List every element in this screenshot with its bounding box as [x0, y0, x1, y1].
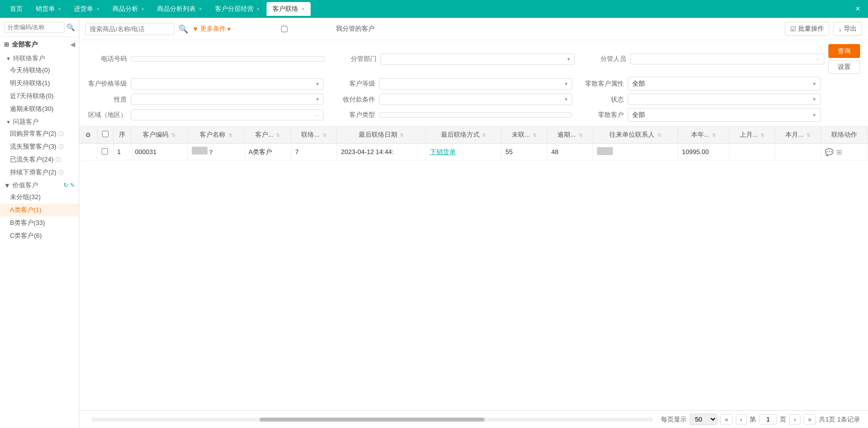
sidebar-item-tomorrow[interactable]: 明天待联络(1): [0, 77, 79, 90]
sidebar-item-declining[interactable]: 持续下滑客户(2) ⓘ: [0, 166, 79, 179]
sidebar-item-today[interactable]: 今天待联络(0): [0, 64, 79, 77]
dept-select[interactable]: ▾: [380, 54, 575, 65]
col-checkbox[interactable]: [97, 126, 113, 144]
col-last-method[interactable]: 最后联络方式 ⇅: [426, 126, 501, 144]
close-all-button[interactable]: ×: [852, 4, 864, 13]
price-grade-select[interactable]: ▾: [131, 78, 324, 90]
last-method-link[interactable]: 下销货单: [430, 148, 456, 156]
chevron-down-icon: ▾: [316, 96, 319, 103]
cell-checkbox[interactable]: [97, 144, 113, 160]
cell-not-contacted: 55: [501, 144, 547, 160]
row-checkbox[interactable]: [102, 148, 108, 155]
customer-type-select[interactable]: [379, 112, 572, 117]
col-contact-count[interactable]: 联络... ⇅: [291, 126, 336, 144]
refresh-icon[interactable]: ↻: [63, 182, 68, 189]
value-group-icons: ↻ ✎: [63, 182, 75, 189]
collapse-icon[interactable]: ◀: [70, 41, 75, 48]
edit-icon[interactable]: ✎: [70, 182, 75, 189]
nav-tab-home[interactable]: 首页: [4, 2, 29, 16]
col-not-contacted[interactable]: 未联... ⇅: [501, 126, 547, 144]
horizontal-scrollbar[interactable]: [91, 418, 653, 422]
nav-tab-product-list[interactable]: 商品分析列表 ×: [151, 2, 208, 16]
setting-button[interactable]: 设置: [828, 60, 860, 74]
status-select[interactable]: ▾: [628, 94, 820, 105]
sidebar-item-7days[interactable]: 近7天待联络(0): [0, 90, 79, 103]
col-action: 联络动作: [821, 126, 868, 144]
sidebar-item-overdue[interactable]: 逾期未联络(30): [0, 103, 79, 115]
batch-op-button[interactable]: ☑ 批量操作: [785, 22, 829, 36]
filter-cell-region: 区域（地区） ···: [87, 109, 324, 120]
select-all-checkbox[interactable]: [102, 131, 108, 137]
sidebar-item-c-class[interactable]: C类客户(6): [0, 229, 79, 242]
scrollbar-thumb[interactable]: [260, 418, 485, 422]
cell-gear: [79, 144, 97, 160]
query-button[interactable]: 查询: [828, 44, 860, 58]
search-input[interactable]: [85, 23, 174, 35]
customer-grade-select[interactable]: ▾: [379, 78, 572, 90]
sidebar-item-repurchase-abnormal[interactable]: 回购异常客户(2) ⓘ: [0, 127, 79, 140]
col-this-month[interactable]: 本月... ⇅: [775, 126, 820, 144]
col-name[interactable]: 客户名称 ⇅: [188, 126, 245, 144]
sidebar-item-churn-warning[interactable]: 流失预警客户(3) ⓘ: [0, 140, 79, 153]
col-category[interactable]: 客户... ⇅: [244, 126, 291, 144]
nav-tab-purchase[interactable]: 进货单 ×: [68, 2, 105, 16]
sidebar-group-problem[interactable]: ▼ 问题客户: [0, 115, 79, 127]
close-icon[interactable]: ×: [141, 6, 144, 12]
filter-cell-retail-attr: 零散客户属性 全部 ▾: [584, 77, 820, 91]
nav-tab-sales[interactable]: 销货单 ×: [30, 2, 67, 16]
chat-icon[interactable]: 💬: [825, 148, 833, 156]
person-select[interactable]: ···: [630, 54, 824, 64]
advanced-filters: 电话号码 分管部门 ▾ 分管人员: [79, 40, 868, 126]
close-icon[interactable]: ×: [96, 6, 99, 12]
payment-select[interactable]: ▾: [379, 94, 572, 105]
next-page-button[interactable]: ›: [789, 414, 800, 425]
gear-icon[interactable]: ⚙: [85, 131, 91, 139]
first-page-button[interactable]: «: [720, 414, 733, 425]
sidebar-item-a-class[interactable]: A类客户(1): [0, 204, 79, 216]
table-row: 1 000031 ？ A类客户 7 2023-04-12 14:44: 下销货单…: [79, 144, 868, 160]
cell-overdue: 48: [547, 144, 593, 160]
triangle-icon: ▼: [4, 182, 10, 189]
qr-icon[interactable]: ⊞: [836, 148, 842, 156]
sidebar-item-churned[interactable]: 已流失客户(24) ⓘ: [0, 153, 79, 166]
page-size-select[interactable]: 50 100 200: [690, 414, 717, 425]
nature-label: 性质: [87, 95, 127, 104]
nature-select[interactable]: ▾: [131, 94, 324, 105]
export-button[interactable]: ↓ 导出: [833, 22, 863, 36]
retail-select[interactable]: 全部 ▾: [628, 108, 820, 122]
table-container: ⚙ 序 客户编码 ⇅ 客户名称 ⇅ 客户... ⇅ 联络... ⇅ 最后联络日期…: [79, 126, 868, 410]
sidebar-search-icon[interactable]: 🔍: [66, 23, 75, 31]
phone-select[interactable]: [131, 56, 325, 61]
col-last-month[interactable]: 上月... ⇅: [729, 126, 775, 144]
last-page-button[interactable]: »: [804, 414, 816, 425]
cell-contact-person: [593, 144, 678, 160]
retail-attr-select[interactable]: 全部 ▾: [628, 77, 820, 91]
prev-page-button[interactable]: ‹: [736, 414, 747, 425]
sidebar-item-b-class[interactable]: B类客户(33): [0, 216, 79, 229]
my-customers-checkbox[interactable]: 我分管的客户: [235, 24, 375, 33]
cell-last-method[interactable]: 下销货单: [426, 144, 501, 160]
all-customers-header[interactable]: ⊞ 全部客户 ◀: [0, 37, 79, 52]
close-icon[interactable]: ×: [199, 6, 202, 12]
close-icon[interactable]: ×: [301, 6, 304, 12]
export-icon: ↓: [839, 25, 842, 33]
more-filters-button[interactable]: ▼ 更多条件 ▾: [192, 24, 231, 33]
my-customers-check[interactable]: [235, 26, 334, 32]
sidebar-item-unclassified[interactable]: 未分组(32): [0, 191, 79, 204]
col-overdue[interactable]: 逾期... ⇅: [547, 126, 593, 144]
sidebar-group-pending[interactable]: ▼ 待联络客户: [0, 52, 79, 64]
col-code[interactable]: 客户编码 ⇅: [131, 126, 188, 144]
sidebar-search-input[interactable]: [4, 22, 64, 33]
search-button[interactable]: 🔍: [178, 24, 188, 34]
nav-tab-customer-segment[interactable]: 客户分层经营 ×: [209, 2, 266, 16]
col-gear[interactable]: ⚙: [79, 126, 97, 144]
page-input[interactable]: [759, 414, 777, 425]
nav-tab-product-analysis[interactable]: 商品分析 ×: [107, 2, 150, 16]
col-this-year[interactable]: 本年... ⇅: [678, 126, 729, 144]
region-select[interactable]: ···: [131, 109, 324, 120]
col-last-date[interactable]: 最后联络日期 ⇅: [337, 126, 426, 144]
close-icon[interactable]: ×: [58, 6, 61, 12]
col-contact-person[interactable]: 往来单位联系人 ⇅: [593, 126, 678, 144]
close-icon[interactable]: ×: [257, 6, 260, 12]
nav-tab-customer-contact[interactable]: 客户联络 ×: [267, 2, 310, 16]
